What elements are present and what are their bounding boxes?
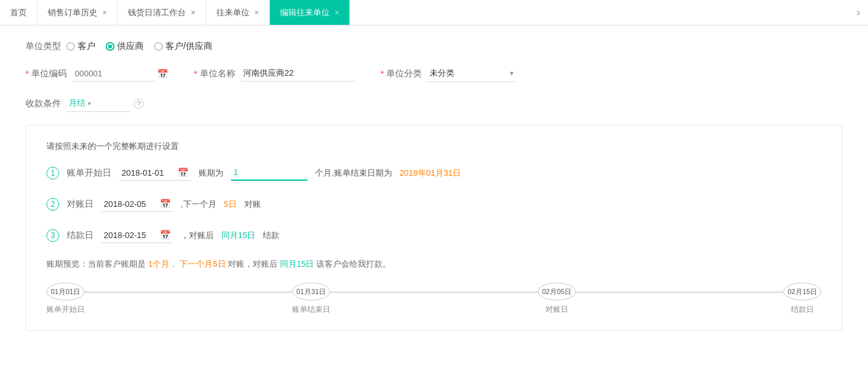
unit-code-input[interactable]	[72, 66, 155, 81]
step-2-suffix: 对账	[244, 199, 261, 210]
preview-middle2: 对账，对账后	[228, 259, 277, 269]
unit-name-required: *	[193, 69, 197, 79]
unit-type-radio-group: 客户 供应商 客户/供应商	[66, 41, 213, 52]
timeline-point-reconcile: 02月05日 对账日	[538, 283, 576, 315]
unit-category-select[interactable]: 未分类 ▾	[427, 65, 516, 82]
step-2-date-field[interactable]: 2018-02-05 📅	[101, 196, 173, 212]
tab-edit-partner-unit-close[interactable]: ×	[335, 8, 339, 17]
radio-customer-supplier-circle	[154, 42, 163, 51]
unit-name-group: * 单位名称	[193, 66, 354, 81]
tab-edit-partner-unit-label: 编辑往来单位	[280, 7, 330, 18]
period-input[interactable]	[231, 165, 307, 181]
step-1-label: 账单开始日	[67, 167, 111, 179]
payment-terms-value: 月结	[69, 97, 85, 109]
timeline-points: 01月01日 账单开始日 01月31日 账单结束日 02月05日 对账日	[46, 283, 822, 315]
payment-terms-label: 收款条件	[25, 98, 61, 109]
step-3-number: 3	[46, 229, 59, 242]
preview-highlight2: 同月15日	[280, 259, 314, 269]
payment-terms-select[interactable]: 月结 ▾	[66, 95, 130, 112]
tab-cash-daily-workbench[interactable]: 钱货日清工作台 ×	[118, 0, 206, 25]
unit-info-row: * 单位编码 📅 * 单位名称 * 单位分类 未分类 ▾	[25, 65, 843, 82]
timeline-label-payment: 结款日	[791, 304, 814, 315]
step-3-suffix: ，对账后	[181, 230, 214, 241]
tab-sales-order-history-close[interactable]: ×	[102, 8, 107, 17]
tab-cash-daily-workbench-label: 钱货日清工作台	[128, 7, 186, 18]
step-1-calendar-icon[interactable]: 📅	[178, 167, 188, 178]
timeline-point-start: 01月01日 账单开始日	[46, 283, 85, 315]
chevron-down-icon: ▾	[510, 69, 514, 78]
unit-code-icon[interactable]: 📅	[157, 69, 168, 79]
tabs-bar: 首页 销售订单历史 × 钱货日清工作台 × 往来单位 × 编辑往来单位 × ›	[0, 0, 868, 25]
radio-customer-supplier-label: 客户/供应商	[165, 41, 213, 52]
unit-category-required: *	[381, 69, 384, 79]
radio-customer-label: 客户	[78, 41, 95, 52]
panel-title: 请按照未来的一个完整帐期进行设置	[46, 141, 822, 152]
tab-sales-order-history-label: 销售订单历史	[48, 7, 97, 18]
timeline-date-end: 01月31日	[292, 283, 330, 300]
timeline-date-start: 01月01日	[46, 283, 85, 300]
step-1-number: 1	[46, 167, 59, 179]
step-3-calendar-icon[interactable]: 📅	[160, 230, 171, 240]
unit-name-input[interactable]	[241, 66, 355, 81]
timeline-date-reconcile: 02月05日	[538, 283, 576, 300]
tab-partner-units[interactable]: 往来单位 ×	[206, 0, 270, 25]
step-2-calendar-icon[interactable]: 📅	[160, 199, 171, 209]
unit-code-group: * 单位编码 📅	[25, 66, 168, 81]
timeline-point-end: 01月31日 账单结束日	[292, 283, 330, 315]
radio-supplier-label: 供应商	[117, 41, 144, 52]
timeline-date-start-label: 01月01日	[51, 287, 80, 297]
payment-terms-group: 收款条件 月结 ▾ ?	[25, 95, 144, 112]
step-2-suffix-prefix: ,下一个月	[181, 199, 216, 210]
help-icon[interactable]: ?	[134, 99, 144, 109]
timeline-label-start: 账单开始日	[46, 304, 85, 315]
step-1-end-date: 2018年01月31日	[400, 167, 461, 179]
radio-supplier-circle	[106, 42, 115, 51]
unit-category-label: 单位分类	[386, 68, 422, 80]
radio-supplier[interactable]: 供应商	[106, 41, 144, 52]
unit-code-label: 单位编码	[31, 68, 67, 80]
step-2-day-highlight: 5日	[224, 199, 237, 210]
step-2-number: 2	[46, 198, 59, 211]
step-3-highlight: 同月15日	[221, 230, 255, 241]
tab-more-button[interactable]: ›	[849, 0, 868, 25]
preview-text: 账期预览：当前客户账期是 1个月， 下一个月5日 对账，对账后 同月15日 该客…	[46, 258, 822, 270]
timeline-label-end: 账单结束日	[292, 304, 330, 315]
timeline-date-reconcile-label: 02月05日	[542, 287, 571, 297]
unit-type-group: 单位类型 客户 供应商 客户/供应商	[25, 41, 213, 52]
tab-edit-partner-unit[interactable]: 编辑往来单位 ×	[270, 0, 350, 25]
preview-middle1: 下一个月5日	[179, 259, 225, 269]
step-3-date-value: 2018-02-15	[104, 230, 155, 240]
tab-sales-order-history[interactable]: 销售订单历史 ×	[38, 0, 118, 25]
timeline-container: 01月01日 账单开始日 01月31日 账单结束日 02月05日 对账日	[46, 283, 822, 315]
payment-terms-chevron-icon: ▾	[88, 100, 91, 107]
tab-partner-units-close[interactable]: ×	[255, 8, 259, 17]
tab-home[interactable]: 首页	[0, 0, 38, 25]
radio-customer-supplier[interactable]: 客户/供应商	[154, 41, 213, 52]
timeline-point-payment: 02月15日 结款日	[783, 283, 822, 315]
timeline-date-payment-label: 02月15日	[788, 287, 817, 297]
tab-cash-daily-workbench-close[interactable]: ×	[191, 8, 195, 17]
step-2-date-value: 2018-02-05	[104, 199, 155, 209]
unit-type-label: 单位类型	[25, 41, 61, 52]
unit-code-required: *	[25, 69, 29, 79]
radio-customer-circle	[66, 42, 75, 51]
step-1-date-value: 2018-01-01	[122, 168, 172, 178]
tab-partner-units-label: 往来单位	[216, 7, 249, 18]
unit-name-label: 单位名称	[200, 68, 235, 80]
preview-suffix: 该客户会给我打款。	[316, 259, 391, 269]
step-1-date-field[interactable]: 2018-01-01 📅	[119, 165, 191, 181]
step-2-label: 对账日	[67, 199, 94, 210]
step-1-period-suffix: 个月,账单结束日期为	[315, 167, 392, 179]
timeline-date-payment: 02月15日	[783, 283, 822, 300]
payment-terms-row: 收款条件 月结 ▾ ?	[25, 95, 843, 112]
timeline-label-reconcile: 对账日	[545, 304, 568, 315]
preview-prefix: 账期预览：当前客户账期是	[46, 259, 146, 269]
unit-type-row: 单位类型 客户 供应商 客户/供应商	[25, 41, 843, 52]
step-1-suffix: 账期为	[199, 167, 223, 179]
unit-category-group: * 单位分类 未分类 ▾	[381, 65, 516, 82]
unit-category-value: 未分类	[430, 67, 510, 79]
step-1-row: 1 账单开始日 2018-01-01 📅 账期为 个月,账单结束日期为 2018…	[46, 165, 822, 181]
radio-customer[interactable]: 客户	[66, 41, 95, 52]
step-3-date-field[interactable]: 2018-02-15 📅	[101, 227, 173, 243]
step-2-row: 2 对账日 2018-02-05 📅 ,下一个月5日 对账	[46, 196, 822, 212]
